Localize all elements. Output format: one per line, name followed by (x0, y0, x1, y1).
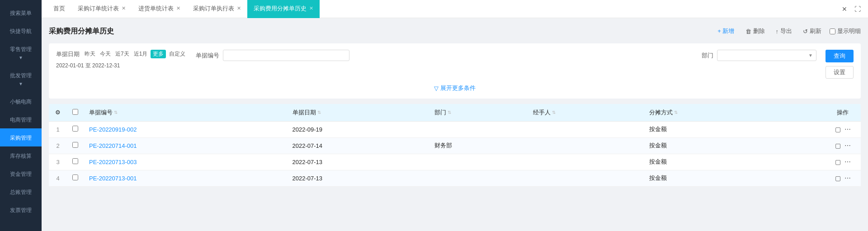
shortcut-1month[interactable]: 近1月 (132, 50, 149, 58)
cell-dept: 财务部 (429, 137, 528, 154)
filter-panel: 单据日期 昨天 今天 近7天 近1月 更多 自定义 2022-01-01 至 2… (49, 43, 861, 99)
docno-input[interactable] (223, 50, 349, 61)
cell-check (67, 121, 84, 137)
sidebar-item-wholesale[interactable]: 批发管理 ▼ (0, 66, 42, 92)
show-cols-checkbox[interactable]: 显示明细 (830, 27, 861, 35)
shortcut-7days[interactable]: 近7天 (114, 50, 131, 58)
tab-purchase-order-stat[interactable]: 采购订单统计表 ✕ (71, 0, 132, 18)
select-all-checkbox[interactable] (72, 109, 78, 115)
th-check (67, 104, 84, 121)
shortcut-custom[interactable]: 自定义 (168, 50, 187, 58)
cell-doc-date: 2022-07-13 (287, 170, 429, 186)
sidebar-item-ledger[interactable]: 总账管理 (0, 183, 42, 201)
setting-button[interactable]: 设置 (826, 66, 854, 79)
tab-bar-right: ✕ ⛶ (840, 5, 863, 14)
shortcut-more[interactable]: 更多 (151, 50, 166, 58)
shortcut-yesterday[interactable]: 昨天 (83, 50, 97, 58)
more-ops-icon[interactable]: ⋯ (844, 158, 851, 165)
dept-select[interactable] (717, 50, 816, 61)
edit-icon[interactable]: ▢ (835, 142, 841, 149)
sort-handler-icon[interactable]: ⇅ (552, 110, 556, 115)
cell-alloc-method: 按金额 (644, 121, 825, 137)
tab-close-purchase-order-exec[interactable]: ✕ (237, 5, 241, 11)
filter-date-field: 单据日期 昨天 今天 近7天 近1月 更多 自定义 2022-01-01 至 2… (56, 50, 187, 70)
sidebar-item-ecom[interactable]: 电商管理 (0, 110, 42, 128)
main-content: 首页 采购订单统计表 ✕ 进货单统计表 ✕ 采购订单执行表 ✕ 采购费用分摊单历… (42, 0, 868, 231)
tab-close-inbound-stat[interactable]: ✕ (176, 5, 180, 11)
sort-alloc-icon[interactable]: ⇅ (674, 110, 678, 115)
doc-no-link[interactable]: PE-20220714-001 (89, 142, 137, 149)
expand-more-button[interactable]: ▽ 展开更多条件 (434, 84, 476, 92)
tab-close-purchase-cost-history[interactable]: ✕ (309, 5, 313, 11)
doc-no-link[interactable]: PE-20220919-002 (89, 126, 137, 133)
cell-doc-date: 2022-09-19 (287, 121, 429, 137)
more-ops-icon[interactable]: ⋯ (844, 126, 851, 133)
doc-no-link[interactable]: PE-20220713-003 (89, 159, 137, 165)
sidebar-item-capital[interactable]: 资金管理 (0, 165, 42, 183)
cell-dept (429, 154, 528, 170)
show-cols-input[interactable] (830, 28, 835, 34)
gear-icon[interactable]: ⚙ (55, 109, 61, 116)
doc-no-link[interactable]: PE-20220713-001 (89, 175, 137, 182)
filter-row-1: 单据日期 昨天 今天 近7天 近1月 更多 自定义 2022-01-01 至 2… (56, 50, 854, 79)
cell-num: 3 (49, 154, 67, 170)
data-table: ⚙ 单据编号 ⇅ 单据日期 (49, 104, 861, 187)
sidebar-item-invoice[interactable]: 发票管理 (0, 201, 42, 219)
sidebar-item-search[interactable]: 搜索菜单 (0, 4, 42, 22)
dept-label: 部门 (702, 52, 713, 60)
table-header-row: ⚙ 单据编号 ⇅ 单据日期 (49, 104, 861, 121)
page-title: 采购费用分摊单历史 (49, 27, 114, 36)
tab-purchase-order-exec[interactable]: 采购订单执行表 ✕ (187, 0, 247, 18)
tab-inbound-stat[interactable]: 进货单统计表 ✕ (132, 0, 187, 18)
dept-select-wrap: ▼ (717, 50, 816, 61)
cell-handler (528, 170, 644, 186)
edit-icon[interactable]: ▢ (835, 126, 841, 133)
row-checkbox[interactable] (72, 142, 78, 148)
table-row: 2 PE-20220714-001 2022-07-14 财务部 按金额 ▢ ⋯ (49, 137, 861, 154)
edit-icon[interactable]: ▢ (835, 174, 841, 182)
row-checkbox[interactable] (72, 126, 78, 132)
sort-doc-date-icon[interactable]: ⇅ (317, 110, 321, 115)
shortcut-today[interactable]: 今天 (99, 50, 112, 58)
edit-icon[interactable]: ▢ (835, 158, 841, 165)
tab-home[interactable]: 首页 (47, 0, 71, 18)
delete-button[interactable]: 🗑 删除 (743, 25, 768, 37)
cell-ops: ▢ ⋯ (825, 137, 861, 154)
sort-doc-no-icon[interactable]: ⇅ (114, 110, 118, 115)
date-shortcuts: 昨天 今天 近7天 近1月 更多 自定义 (83, 50, 187, 58)
cell-check (67, 154, 84, 170)
more-ops-icon[interactable]: ⋯ (844, 174, 851, 182)
sidebar-item-retail[interactable]: 零售管理 ▼ (0, 40, 42, 66)
sidebar-item-micro[interactable]: 小畅电商 (0, 92, 42, 110)
refresh-button[interactable]: ↺ 刷新 (800, 25, 824, 37)
delete-icon: 🗑 (745, 28, 751, 35)
page-header: 采购费用分摊单历史 + 新增 🗑 删除 ↑ 导出 ↺ 刷新 显示明细 (49, 25, 861, 37)
cell-ops: ▢ ⋯ (825, 154, 861, 170)
cell-handler (528, 121, 644, 137)
filter-docno-field: 单据编号 (196, 50, 693, 61)
row-checkbox[interactable] (72, 158, 78, 164)
expand-icon: ▽ (434, 85, 439, 92)
sidebar-item-inventory[interactable]: 库存核算 (0, 146, 42, 165)
tab-close-all-icon[interactable]: ✕ (840, 5, 849, 14)
export-icon: ↑ (776, 28, 779, 35)
th-doc-date: 单据日期 ⇅ (287, 104, 429, 121)
page-body: 采购费用分摊单历史 + 新增 🗑 删除 ↑ 导出 ↺ 刷新 显示明细 (42, 18, 868, 231)
sort-dept-icon[interactable]: ⇅ (448, 110, 451, 115)
cell-dept (429, 170, 528, 186)
tab-purchase-cost-history[interactable]: 采购费用分摊单历史 ✕ (247, 0, 320, 18)
row-checkbox[interactable] (72, 174, 78, 180)
tab-close-purchase-order-stat[interactable]: ✕ (122, 5, 126, 11)
th-alloc-method: 分摊方式 ⇅ (644, 104, 825, 121)
tab-expand-icon[interactable]: ⛶ (853, 5, 863, 14)
cell-num: 2 (49, 137, 67, 154)
cell-doc-no: PE-20220713-001 (84, 170, 287, 186)
export-button[interactable]: ↑ 导出 (773, 25, 795, 37)
query-button[interactable]: 查询 (826, 50, 854, 62)
sidebar-item-quick[interactable]: 快捷导航 (0, 22, 42, 40)
cell-dept (429, 121, 528, 137)
new-button[interactable]: + 新增 (715, 25, 737, 37)
table-row: 3 PE-20220713-003 2022-07-13 按金额 ▢ ⋯ (49, 154, 861, 170)
more-ops-icon[interactable]: ⋯ (844, 142, 851, 149)
sidebar-item-purchase[interactable]: 采购管理 (0, 128, 42, 146)
